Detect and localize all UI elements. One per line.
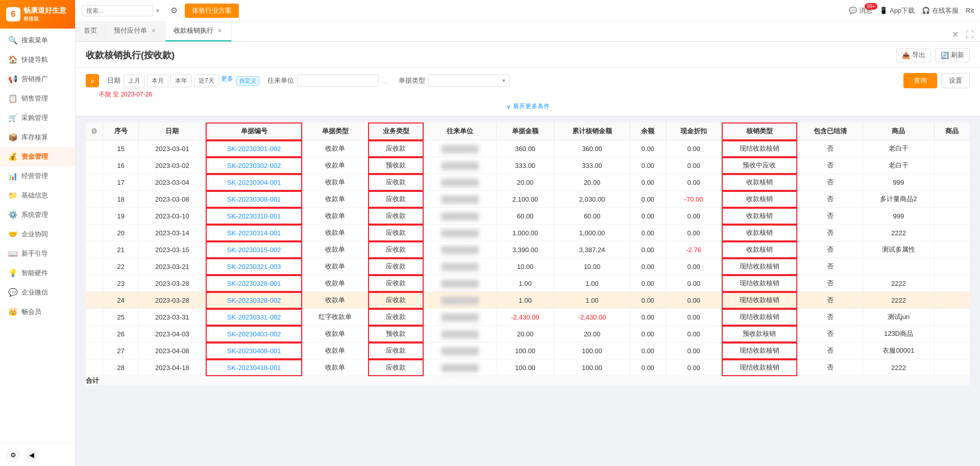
query-button[interactable]: 查询 — [903, 73, 937, 88]
topbar-chevron-icon[interactable]: ▾ — [156, 7, 159, 14]
partner-input[interactable] — [297, 75, 379, 87]
table-row[interactable]: 21 2023-03-15 SK-20230315-002 收款单 应收款 ██… — [86, 241, 970, 258]
sidebar-item-basic[interactable]: 📁基础信息 — [0, 186, 75, 205]
operations-icon: 📊 — [8, 171, 17, 181]
filter-date-more[interactable]: 更多 — [221, 75, 233, 87]
filter-date-7days[interactable]: 近7天 — [194, 75, 219, 87]
th-balance: 余额 — [630, 122, 666, 140]
sidebar-item-hardware[interactable]: 💡智能硬件 — [0, 263, 75, 283]
page-content: 收款核销执行(按收款) 📤 导出 🔄 刷新 » 日期 上月 — [76, 42, 980, 466]
tab-collection[interactable]: 收款核销执行 ✕ — [165, 21, 232, 41]
page-header-actions: 📤 导出 🔄 刷新 — [896, 48, 970, 62]
table-row[interactable]: 28 2023-04-18 SK-20230418-001 收款单 应收款 ██… — [86, 359, 970, 376]
sidebar: 6 畅康道好生意 标推版 🔍搜索菜单🏠快捷导航📢营销推广📋销售管理🛒采购管理📦库… — [0, 0, 76, 466]
voucher-link[interactable]: SK-20230314-001 — [227, 229, 281, 237]
sidebar-item-marketing[interactable]: 📢营销推广 — [0, 69, 75, 89]
th-gear[interactable]: ⚙ — [86, 122, 103, 140]
tab-home[interactable]: 首页 — [76, 21, 106, 41]
sidebar-item-system[interactable]: ⚙️系统管理 — [0, 205, 75, 225]
th-partner: 往来单位 — [424, 122, 496, 140]
topbar-gear-icon[interactable]: ⚙ — [168, 4, 180, 17]
voucher-link[interactable]: SK-20230328-002 — [227, 297, 281, 304]
expand-more-button[interactable]: ∨ 展开更多条件 — [86, 102, 970, 111]
sidebar-item-sales[interactable]: 📋销售管理 — [0, 89, 75, 108]
sidebar-bottom: ⚙ ◀ — [0, 443, 75, 466]
app-download-button[interactable]: 📱 App下载 — [879, 6, 915, 15]
custom-date-tag[interactable]: 自定义 — [236, 76, 259, 86]
tabbar-spacer — [232, 40, 946, 41]
sidebar-item-quicknav[interactable]: 🏠快捷导航 — [0, 50, 75, 69]
sidebar-item-finance[interactable]: 💰资金管理 — [0, 147, 75, 166]
wechat-icon: 💬 — [8, 288, 17, 297]
voucher-type-select[interactable]: ▾ — [428, 75, 510, 87]
table-row[interactable]: 27 2023-04-08 SK-20230408-001 收款单 应收款 ██… — [86, 342, 970, 359]
table-row[interactable]: 17 2023-03-04 SK-20230304-001 收款单 应收款 ██… — [86, 174, 970, 191]
select-arrow-icon: ▾ — [502, 77, 505, 84]
sidebar-item-guide[interactable]: 📖新手引导 — [0, 244, 75, 263]
table-row[interactable]: 26 2023-04-03 SK-20230403-002 收款单 预收款 ██… — [86, 326, 970, 342]
sidebar-item-member[interactable]: 👑畅会员 — [0, 302, 75, 322]
partner-dots[interactable]: ... — [382, 77, 390, 85]
sidebar-item-purchase[interactable]: 🛒采购管理 — [0, 108, 75, 128]
setting-button[interactable]: 设置 — [941, 73, 970, 88]
voucher-link[interactable]: SK-20230418-001 — [227, 364, 281, 372]
table-row[interactable]: 24 2023-03-28 SK-20230328-002 收款单 应收款 ██… — [86, 292, 970, 309]
table-row[interactable]: 20 2023-03-14 SK-20230314-001 收款单 应收款 ██… — [86, 225, 970, 241]
messages-button[interactable]: 💬 消息 99+ — [849, 6, 872, 15]
table-row[interactable]: 16 2023-03-02 SK-20230302-002 收款单 预收款 ██… — [86, 157, 970, 174]
filter-expand-button[interactable]: » — [86, 74, 99, 87]
filter-date-this-month[interactable]: 本月 — [147, 75, 168, 87]
tab-expand-icon[interactable]: ⛶ — [964, 28, 976, 41]
table-row[interactable]: 18 2023-03-08 SK-20230308-001 收款单 应收款 ██… — [86, 191, 970, 208]
voucher-link[interactable]: SK-20230301-002 — [227, 145, 281, 153]
sidebar-nav: 🔍搜索菜单🏠快捷导航📢营销推广📋销售管理🛒采购管理📦库存核算💰资金管理📊经营管理… — [0, 29, 75, 443]
finance-icon: 💰 — [8, 152, 17, 161]
sales-icon: 📋 — [8, 94, 17, 103]
sidebar-item-inventory[interactable]: 📦库存核算 — [0, 128, 75, 147]
voucher-link[interactable]: SK-20230304-001 — [227, 179, 281, 186]
voucher-link[interactable]: SK-20230310-001 — [227, 212, 281, 220]
sidebar-item-label: 资金管理 — [21, 152, 48, 161]
sidebar-logo: 6 畅康道好生意 标推版 — [0, 0, 75, 29]
inventory-icon: 📦 — [8, 133, 17, 142]
sidebar-item-label: 智能硬件 — [21, 268, 48, 278]
th-include-settled: 包含已结清 — [797, 122, 863, 140]
voucher-link[interactable]: SK-20230328-001 — [227, 280, 281, 287]
guide-icon: 📖 — [8, 249, 17, 258]
sidebar-item-search[interactable]: 🔍搜索菜单 — [0, 31, 75, 50]
headset-icon: 🎧 — [922, 7, 930, 14]
tab-close-collection[interactable]: ✕ — [216, 27, 223, 35]
sidebar-item-operations[interactable]: 📊经营管理 — [0, 166, 75, 186]
voucher-link[interactable]: SK-20230315-002 — [227, 246, 281, 254]
tab-prepay[interactable]: 预付应付单 ✕ — [106, 21, 165, 41]
table-row[interactable]: 22 2023-03-21 SK-20230321-003 收款单 应收款 ██… — [86, 258, 970, 275]
table-row[interactable]: 15 2023-03-01 SK-20230301-002 收款单 应收款 ██… — [86, 140, 970, 157]
topbar-search-input[interactable] — [82, 5, 153, 16]
online-service-button[interactable]: 🎧 在线客服 — [922, 6, 959, 15]
filter-date-last-month[interactable]: 上月 — [124, 75, 145, 87]
voucher-link[interactable]: SK-20230408-001 — [227, 347, 281, 355]
collapse-icon[interactable]: ◀ — [24, 448, 39, 462]
sidebar-item-enterprise[interactable]: 🤝企业协同 — [0, 225, 75, 244]
sidebar-item-wechat[interactable]: 💬企业微信 — [0, 283, 75, 302]
th-date: 日期 — [139, 122, 206, 140]
table-row[interactable]: 19 2023-03-10 SK-20230310-001 收款单 应收款 ██… — [86, 208, 970, 225]
filter-date-this-year[interactable]: 本年 — [170, 75, 192, 87]
voucher-link[interactable]: SK-20230308-001 — [227, 195, 281, 203]
sidebar-item-label: 系统管理 — [21, 210, 48, 219]
settings-icon[interactable]: ⚙ — [6, 448, 20, 462]
table-row[interactable]: 25 2023-03-31 SK-20230331-002 红字收款单 应收款 … — [86, 309, 970, 326]
voucher-link[interactable]: SK-20230403-002 — [227, 330, 281, 338]
refresh-button[interactable]: 🔄 刷新 — [935, 48, 970, 62]
voucher-link[interactable]: SK-20230302-002 — [227, 162, 281, 169]
voucher-link[interactable]: SK-20230321-003 — [227, 263, 281, 271]
export-button[interactable]: 📤 导出 — [896, 48, 931, 62]
table-row[interactable]: 23 2023-03-28 SK-20230328-001 收款单 应收款 ██… — [86, 275, 970, 292]
refresh-icon: 🔄 — [941, 52, 949, 59]
voucher-link[interactable]: SK-20230331-002 — [227, 313, 281, 321]
tab-close-icon[interactable]: ✕ — [950, 28, 961, 41]
tab-close-prepay[interactable]: ✕ — [150, 27, 157, 35]
solution-button[interactable]: 体验行业方案 — [185, 4, 239, 18]
th-goods: 商品 — [863, 122, 935, 140]
user-info[interactable]: Rit — [966, 7, 974, 14]
